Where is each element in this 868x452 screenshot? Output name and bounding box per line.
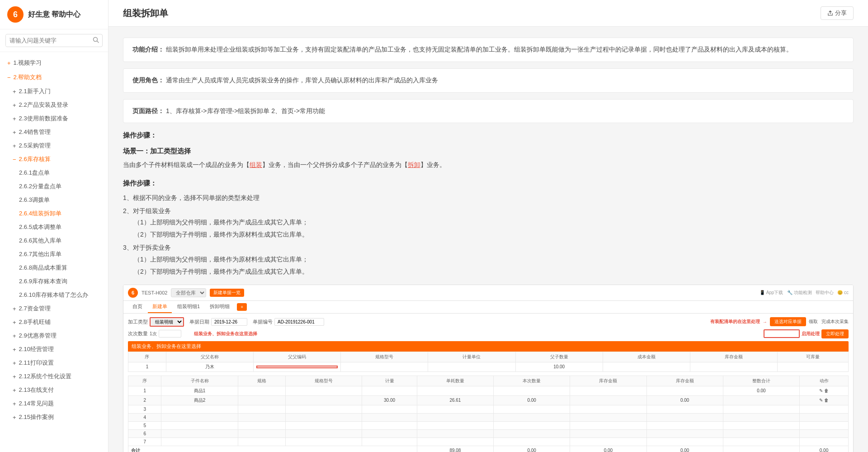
- search-button[interactable]: [89, 34, 103, 47]
- lower-row-2: 2商品230.0026.610.000.00✎ 🗑: [128, 395, 849, 405]
- search-wrap: [5, 34, 103, 47]
- sidebar-item-beginner[interactable]: +2.1新手入门: [0, 85, 108, 98]
- sidebar-item-cost-recalc[interactable]: 2.6.8商品成本重算: [0, 261, 108, 275]
- annotation1-area: 有装配清单的在这里处理 → 送选对应单据 领取 完成本次采集: [710, 317, 849, 326]
- lower-table: 序 子件名称 规格 规格型号 计量 单耗数量 本次数量 库存金额 库存金额: [128, 376, 849, 452]
- lt-col-cost2: 库存金额: [646, 376, 723, 386]
- nav-section-2: − 2.帮助文档 +2.1新手入门 +2.2产品安装及登录 +2.3使用前数据准…: [0, 70, 108, 424]
- sidebar-item-transfer[interactable]: 2.6.3调拨单: [0, 193, 108, 207]
- sidebar-item-print[interactable]: +2.11打印设置: [0, 356, 108, 370]
- sidebar-item-stock-error[interactable]: 2.6.10库存账本错了怎么办: [0, 288, 108, 302]
- sidebar-item-assembly[interactable]: 2.6.4组装拆卸单: [0, 207, 108, 220]
- app-nav-assembly-detail[interactable]: 组装明细1: [173, 301, 204, 313]
- no-field: 单据编号: [253, 318, 324, 326]
- share-button[interactable]: 分享: [821, 6, 854, 20]
- page-title: 组装拆卸单: [123, 7, 168, 19]
- app-topbar-id: TEST-H002: [142, 290, 167, 295]
- sub-step-2-2: （2）下部明细为子件明细，最终作为原材料生成其它出库单。: [134, 229, 854, 240]
- role-label: 使用角色：: [132, 76, 164, 84]
- sidebar-item-stocktake[interactable]: 2.6.1盘点单: [0, 166, 108, 180]
- content-area: 功能介绍： 组装拆卸单用来处理企业组装或拆卸等加工业务，支持有固定装配清单的产品…: [108, 27, 868, 452]
- upper-table-row: 1 乃木 10.00: [128, 362, 849, 371]
- sidebar-item-stock-ledger[interactable]: 2.6.9库存账本查询: [0, 275, 108, 288]
- search-input[interactable]: [6, 35, 89, 46]
- date-field: 单据日期: [189, 318, 247, 326]
- sub-step-3-1: （1）上部明细为父件明细，最终作为原材料生成其它出库单；: [134, 254, 854, 265]
- nav-list: + 1.视频学习 − 2.帮助文档 +2.1新手入门 +2.2产品安装及登录 +…: [0, 52, 108, 452]
- annotation1-text: 有装配清单的在这里处理: [710, 319, 760, 325]
- lt-col-spec1: 规格: [238, 376, 285, 386]
- date-label: 单据日期: [189, 319, 209, 325]
- count-label: 次次数量: [128, 330, 148, 337]
- col-stock-amt: 库存金额: [690, 352, 777, 362]
- count-value: 1次: [150, 331, 157, 337]
- sidebar-item-install[interactable]: +2.2产品安装及登录: [0, 98, 108, 112]
- app-logo-icon: 6: [128, 288, 138, 298]
- date-input[interactable]: [211, 318, 247, 326]
- highlighted-cell: [256, 366, 338, 368]
- sidebar-item-coupon[interactable]: +2.9优惠券管理: [0, 329, 108, 343]
- upper-table-header: 组装业务、拆卸业务在这里选择: [128, 341, 849, 352]
- sidebar-item-purchase[interactable]: +2.5采购管理: [0, 139, 108, 152]
- app-nav-home[interactable]: 自页: [128, 301, 147, 313]
- no-input[interactable]: [274, 318, 324, 326]
- lower-row-6: 6: [128, 429, 849, 438]
- annotation3-area: 启用处理 立即处理: [764, 329, 849, 338]
- lt-col-total: 整数合计: [723, 376, 799, 386]
- sidebar-item-videos[interactable]: + 1.视频学习: [0, 56, 108, 70]
- chaiqian-link[interactable]: 拆卸: [408, 161, 420, 168]
- sidebar-item-sales[interactable]: +2.4销售管理: [0, 125, 108, 139]
- app-topbar-select[interactable]: 全部仓库: [171, 288, 206, 297]
- annotation3-input[interactable]: [764, 329, 800, 338]
- annotation3-text: 启用处理: [802, 331, 820, 337]
- app-new-order-btn[interactable]: 新建单据一览: [210, 289, 244, 297]
- ops-title: 操作步骤：: [123, 131, 854, 140]
- plus-icon: +: [7, 60, 11, 67]
- app-nav: 自页 新建单 组装明细1 拆卸明细 +: [123, 301, 853, 314]
- sidebar-item-inventory[interactable]: −2.6库存核算: [0, 152, 108, 166]
- app-nav-add-btn[interactable]: +: [237, 303, 247, 311]
- count-input[interactable]: [159, 330, 181, 338]
- sidebar-item-personalize[interactable]: +2.12系统个性化设置: [0, 370, 108, 383]
- app-nav-new[interactable]: 新建单: [148, 301, 172, 313]
- sidebar-item-partial-stocktake[interactable]: 2.6.2分量盘点单: [0, 180, 108, 193]
- sidebar-item-finance[interactable]: +2.7资金管理: [0, 302, 108, 315]
- cell-code: [254, 362, 341, 371]
- zuzhuang-link[interactable]: 组装: [250, 161, 262, 168]
- app-topbar: 6 TEST-H002 全部仓库 新建单据一览 📱 App下载 🔧 功能检测 帮…: [123, 285, 853, 301]
- type-select[interactable]: 组装明细 拆卸明细: [150, 317, 184, 327]
- screenshot-inner: 6 TEST-H002 全部仓库 新建单据一览 📱 App下载 🔧 功能检测 帮…: [123, 285, 853, 452]
- sidebar-item-ops[interactable]: +2.10经营管理: [0, 343, 108, 356]
- search-area: [0, 29, 108, 52]
- lower-row-7: 7: [128, 438, 849, 446]
- sidebar-item-faq[interactable]: +2.14常见问题: [0, 397, 108, 410]
- sidebar-item-mobile[interactable]: +2.8手机旺铺: [0, 315, 108, 329]
- sidebar-item-docs[interactable]: − 2.帮助文档: [0, 70, 108, 85]
- annotation3-btn[interactable]: 立即处理: [821, 329, 849, 338]
- sidebar-item-cost-adjust[interactable]: 2.6.5成本调整单: [0, 220, 108, 234]
- col-parent-name: 父父名称: [166, 352, 253, 362]
- sidebar-item-other-out[interactable]: 2.6.7其他出库单: [0, 247, 108, 261]
- app-nav-disassemble-detail[interactable]: 拆卸明细: [205, 301, 234, 313]
- lower-table-footer: 合计 89.080.000.000.000.00: [128, 446, 849, 452]
- lt-col-unit: 计量: [362, 376, 417, 386]
- sidebar-item-cases[interactable]: +2.15操作案例: [0, 410, 108, 424]
- nav-section-1: + 1.视频学习: [0, 56, 108, 70]
- app-content: 加工类型 组装明细 拆卸明细 单据日期 单据编号: [123, 314, 853, 452]
- svg-line-1: [97, 41, 99, 43]
- annotation2-text: 组装业务、拆卸业务在这里选择: [194, 331, 257, 337]
- lt-col-spec2: 规格型号: [286, 376, 362, 386]
- sidebar-item-payment[interactable]: +2.13在线支付: [0, 383, 108, 397]
- sidebar-item-other-in[interactable]: 2.6.6其他入库单: [0, 234, 108, 247]
- sidebar-item-data-prep[interactable]: +2.3使用前数据准备: [0, 112, 108, 125]
- count-field: 次次数量 1次: [128, 330, 181, 338]
- cell-qty-val: 10.00: [515, 362, 603, 371]
- col-seq: 序: [128, 352, 166, 362]
- sidebar-item-label: 1.视频学习: [14, 59, 42, 67]
- app-topbar-icons: 📱 App下载 🔧 功能检测 帮助中心 😊 cc: [760, 290, 849, 296]
- upper-table: 序 父父名称 父父编码 规格型号 计量单位 父子数量 成本金额 库存金额 可库量: [128, 352, 849, 372]
- lt-col-cost1: 库存金额: [570, 376, 646, 386]
- lower-row-5: 5: [128, 421, 849, 429]
- main-content: 组装拆卸单 分享 功能介绍： 组装拆卸单用来处理企业组装或拆卸等加工业务，支持有…: [108, 0, 868, 452]
- confirm-btn[interactable]: 送选对应单据: [770, 317, 806, 326]
